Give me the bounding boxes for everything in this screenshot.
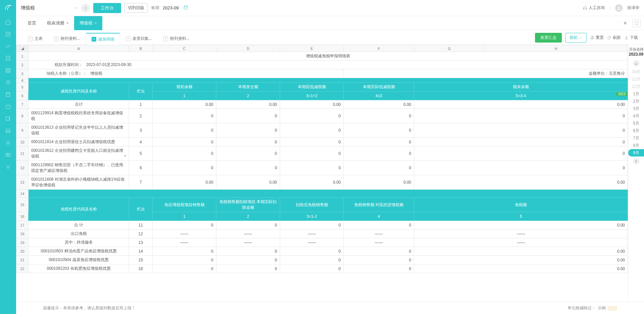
row-header[interactable]: 13 [16,175,29,190]
row-header[interactable]: 12 [16,161,29,175]
data-cell[interactable]: 0001013612 企业招用建档立卡贫困人口就业扣减增值税▾ [29,146,129,161]
row-header[interactable]: 21 [16,256,29,264]
month-item[interactable]: 20231月 [628,90,644,98]
row-header[interactable]: 4 [16,78,29,83]
row-header[interactable]: 5 [16,83,29,91]
sub-tab[interactable]: ≡附列资料... [158,33,195,45]
row-header[interactable]: 18 [16,230,29,238]
reset-button[interactable]: 重置 [590,35,604,41]
row-header[interactable]: 2 [16,61,29,69]
nav-v-icon[interactable] [0,161,16,173]
row-header[interactable]: 8 [16,109,29,123]
close-all-tabs-icon[interactable]: ✕ [621,19,629,27]
corner-cell[interactable]: ◢ [16,45,29,52]
month-item[interactable]: 9月 [628,149,644,156]
nav-export-icon[interactable] [0,113,16,125]
data-cell[interactable]: 0001011608 对湖北省外的小规模纳税人减按1%征收率征收增值税 [29,175,129,190]
month-item[interactable]: 6月 [628,127,644,134]
download-button[interactable]: 下载 [624,35,638,41]
month-item[interactable]: 11月 [628,75,644,83]
data-cell[interactable]: 合计 [29,100,129,109]
main-tab[interactable]: 税表清册× [42,16,74,30]
data-cell[interactable]: 0001092203 有机肥免征增值税优惠 [29,264,129,273]
workbench-button[interactable]: 工作台 [93,3,121,13]
row-header[interactable]: 14 [16,190,29,198]
data-cell[interactable]: 0001013613 企业招用登记失业半年以上人员扣减增值税 [29,123,129,138]
row-header[interactable]: 11 [16,146,29,161]
sheet-scroll[interactable]: ◢ A B C D E F G H 1增值税减免税申报明细表2税款所属时间：20… [16,45,628,302]
col-header[interactable]: H [485,45,628,52]
row-header[interactable]: 19 [16,238,29,247]
nav-stamp-icon[interactable] [0,76,16,88]
refresh-button[interactable]: 刷新 [607,35,621,41]
month-item[interactable]: 7月 [628,134,644,142]
user-avatar-icon[interactable] [615,4,623,12]
nav-wallet-icon[interactable] [0,101,16,113]
nav-report-icon[interactable] [0,64,16,76]
row-header[interactable]: 17 [16,221,29,230]
month-item[interactable]: 12月 [628,83,644,90]
doc-icon: ≡ [28,37,33,41]
row-header[interactable]: 6 [16,91,29,100]
tab-close-icon[interactable]: × [95,21,97,25]
month-item[interactable]: 8月 [628,142,644,149]
row-header[interactable]: 16 [16,212,29,221]
col-header[interactable]: D [216,45,280,52]
month-item[interactable]: 3月 [628,105,644,112]
nav-calc-icon[interactable] [0,88,16,101]
data-cell[interactable]: 0001129902 销售旧货（不含二手车经销）、已使用固定资产减征增值税 [29,161,129,175]
col-header[interactable]: E [280,45,344,52]
data-cell[interactable]: 0001011814 企业招用退役士兵扣减增值税优惠 [29,138,129,146]
data-cell[interactable]: 出口免税 [29,230,129,238]
nav-inbox-icon[interactable] [0,125,16,137]
sub-tab[interactable]: ≡减免明细 [86,33,120,45]
sub-tab[interactable]: ≡发票归集... [120,33,158,45]
col-header[interactable]: C [153,45,216,52]
data-cell[interactable]: 0001010504 蔬菜免征增值税优惠 [29,256,129,264]
data-cell[interactable]: 其中：跨境服务 [29,238,129,247]
col-header[interactable]: B [129,45,153,52]
data-cell[interactable]: 合 计 [29,221,129,230]
data-cell[interactable]: 0001010503 鲜活肉蛋产品免征增值税优惠 [29,247,129,256]
svg-point-8 [618,6,620,8]
main-tab[interactable]: 首页 [22,16,42,30]
row-header[interactable]: 1 [16,52,29,61]
row-header[interactable]: 20 [16,247,29,256]
sub-tab[interactable]: ≡附列资料... [48,33,86,45]
nav-home-icon[interactable] [0,16,16,28]
row-header[interactable]: 7 [16,100,29,109]
org-selector[interactable]: 增值税 [21,5,78,11]
tab-close-icon[interactable]: × [66,21,69,25]
nav-settings-icon[interactable] [0,137,16,149]
month-prev-icon[interactable]: ▲ [633,60,640,67]
col-header[interactable]: F [344,45,414,52]
row-header[interactable]: 3 [16,69,29,78]
month-item[interactable]: 2月 [628,98,644,105]
month-item[interactable]: 10月 [628,68,644,75]
invoice-summary-button[interactable]: 发票汇总 [535,33,562,43]
nav-doc-icon[interactable] [0,52,16,64]
row-header[interactable]: 10 [16,138,29,146]
row-header[interactable]: 22 [16,264,29,273]
consult-link[interactable]: 人工咨询 [583,5,605,11]
nav-chart-icon[interactable] [0,40,16,52]
row-header[interactable]: 15 [16,198,29,212]
month-next-icon[interactable]: ▼ [633,158,640,165]
period-init-button[interactable]: 期初 [565,33,587,43]
col-header[interactable]: G [414,45,485,52]
svg-point-5 [7,142,9,144]
switch-old-button[interactable]: 切到旧版 [124,3,148,13]
sub-tab[interactable]: ≡主表 [22,33,48,45]
calendar-icon[interactable] [183,5,188,11]
row-header[interactable]: 9 [16,123,29,138]
nav-video-icon[interactable] [0,149,16,161]
list-icon[interactable] [81,4,90,12]
month-item[interactable]: 4月 [628,112,644,120]
fullscreen-icon[interactable] [633,19,641,27]
year-badge: 2023 [616,92,628,96]
month-item[interactable]: 5月 [628,120,644,127]
data-cell[interactable]: 0001129914 购置增值税税控系统专用设备抵减增值税 [29,109,129,123]
nav-ledger-icon[interactable] [0,28,16,40]
main-tab[interactable]: 增值税× [74,16,102,30]
col-header[interactable]: A [29,45,129,52]
